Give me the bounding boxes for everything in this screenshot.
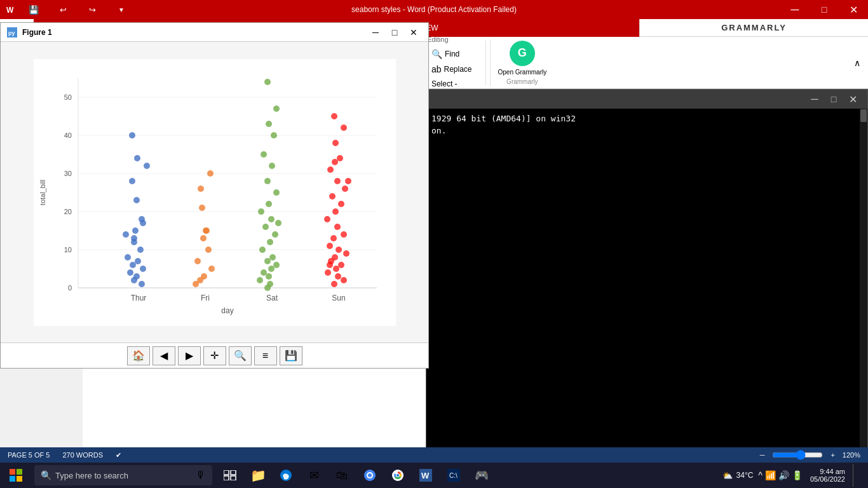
svg-point-32 (140, 266, 146, 272)
svg-point-104 (331, 281, 337, 287)
svg-point-80 (331, 113, 337, 119)
svg-point-39 (123, 231, 129, 238)
taskbar-edge[interactable] (273, 463, 299, 488)
svg-point-69 (259, 247, 266, 253)
figure-title-controls: ─ □ ✕ (366, 25, 423, 40)
figure-title-bar-left: py Figure 1 (6, 26, 52, 39)
svg-text:total_bill: total_bill (39, 179, 46, 205)
grammarly-panel-title: GRAMMARLY (721, 23, 787, 32)
svg-text:10: 10 (64, 246, 71, 254)
replace-button[interactable]: ab Replace (427, 62, 477, 76)
svg-text:W: W (6, 6, 14, 15)
svg-rect-110 (10, 476, 15, 482)
battery-icon[interactable]: 🔋 (792, 470, 803, 480)
figure-close-button[interactable]: ✕ (404, 25, 423, 40)
svg-text:20: 20 (64, 208, 71, 215)
cortana-icon: 🎙 (196, 470, 206, 481)
word-count: 270 WORDS (62, 451, 103, 459)
svg-rect-112 (224, 470, 229, 475)
maximize-button[interactable]: □ (810, 0, 839, 19)
svg-text:py: py (8, 30, 15, 36)
taskbar-terminal[interactable]: C:\ (441, 463, 466, 488)
divider-3 (485, 41, 486, 85)
svg-point-30 (131, 239, 137, 245)
volume-icon[interactable]: 🔊 (778, 470, 789, 480)
redo-button[interactable]: ↪ (78, 0, 107, 19)
svg-point-55 (264, 79, 271, 85)
temperature-text: 34°C (736, 471, 754, 480)
svg-point-101 (325, 269, 331, 276)
terminal-maximize-button[interactable]: □ (824, 91, 843, 107)
terminal-scrollbar-thumb (860, 109, 867, 122)
zoom-slider[interactable] (772, 450, 823, 460)
select-button[interactable]: Select - (427, 78, 477, 90)
expand-icon[interactable]: ^ (758, 470, 763, 480)
fig-back-button[interactable]: ◀ (153, 346, 175, 365)
page-info: PAGE 5 OF 5 (8, 451, 50, 459)
terminal-content[interactable]: 1929 64 bit (AMD64)] on win32 on. (426, 109, 867, 468)
taskbar-file-explorer[interactable]: 📁 (245, 463, 271, 488)
figure-maximize-button[interactable]: □ (385, 25, 404, 40)
svg-point-86 (342, 186, 348, 192)
svg-point-81 (341, 125, 347, 131)
terminal-scrollbar[interactable] (860, 109, 867, 468)
svg-point-60 (269, 163, 275, 169)
svg-point-88 (338, 201, 344, 207)
fig-settings-button[interactable]: ≡ (254, 346, 277, 365)
task-view-button[interactable] (217, 463, 243, 488)
svg-point-64 (258, 208, 264, 215)
ribbon-collapse-button[interactable]: ∧ (851, 55, 863, 71)
open-grammarly-label[interactable]: Open Grammarly (498, 69, 547, 76)
svg-rect-115 (231, 476, 236, 480)
fig-save-button[interactable]: 💾 (280, 346, 302, 365)
taskbar-mail[interactable]: ✉ (301, 463, 327, 488)
grammarly-panel-header: GRAMMARLY (639, 19, 868, 37)
svg-point-93 (330, 235, 337, 241)
minimize-button[interactable]: ─ (780, 0, 810, 19)
notification-center-button[interactable] (853, 464, 863, 487)
replace-label: Replace (444, 65, 471, 74)
svg-point-47 (194, 258, 201, 264)
taskbar-word[interactable]: W (413, 463, 438, 488)
windows-logo-icon (9, 468, 23, 482)
quick-save-button[interactable]: 💾 (19, 0, 48, 19)
taskbar-search[interactable]: 🔍 Type here to search 🎙 (34, 465, 212, 485)
close-button[interactable]: ✕ (839, 0, 868, 19)
taskbar-chrome1[interactable] (357, 463, 383, 488)
svg-point-73 (268, 266, 275, 272)
taskbar-game[interactable]: 🎮 (469, 463, 494, 488)
taskbar-chrome2[interactable] (385, 463, 410, 488)
start-button[interactable] (0, 463, 32, 488)
svg-point-90 (324, 216, 330, 222)
svg-point-31 (135, 258, 141, 264)
svg-rect-114 (224, 476, 229, 480)
search-magnifier-icon: 🔍 (41, 470, 51, 480)
svg-point-53 (200, 235, 207, 241)
find-button[interactable]: 🔍 Find (427, 47, 477, 61)
word-icon: W (0, 0, 19, 19)
figure-minimize-button[interactable]: ─ (366, 25, 385, 40)
svg-point-92 (341, 231, 347, 238)
chrome-icon (391, 469, 404, 482)
zoom-in-button[interactable]: + (831, 451, 834, 459)
fig-move-button[interactable]: ✛ (203, 346, 226, 365)
customize-qat-button[interactable]: ▼ (107, 0, 136, 19)
terminal-controls: ─ □ ✕ (805, 91, 862, 107)
system-icons[interactable]: ⛅ 34°C (720, 471, 756, 480)
undo-button[interactable]: ↩ (48, 0, 78, 19)
svg-point-87 (329, 193, 336, 200)
taskbar-store[interactable]: 🛍 (329, 463, 355, 488)
svg-text:W: W (421, 471, 430, 480)
taskbar-clock[interactable]: 9:44 am 05/06/2022 (805, 468, 850, 483)
svg-point-84 (327, 166, 334, 173)
fig-home-button[interactable]: 🏠 (127, 346, 150, 365)
fig-zoom-button[interactable]: 🔍 (229, 346, 252, 365)
svg-point-36 (131, 277, 137, 283)
terminal-minimize-button[interactable]: ─ (805, 91, 824, 107)
network-icon[interactable]: 📶 (765, 470, 776, 480)
terminal-close-button[interactable]: ✕ (843, 91, 862, 107)
fig-forward-button[interactable]: ▶ (178, 346, 201, 365)
zoom-out-button[interactable]: ─ (760, 451, 765, 459)
svg-text:Thur: Thur (130, 294, 146, 302)
svg-point-99 (338, 262, 344, 268)
